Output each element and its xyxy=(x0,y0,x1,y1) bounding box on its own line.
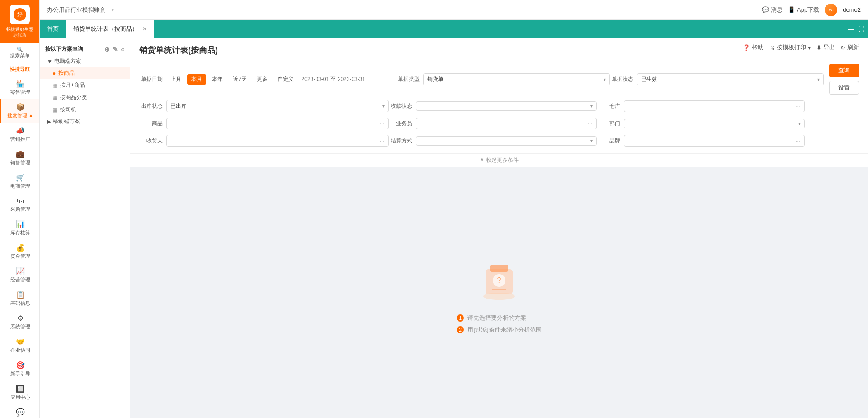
brand-label: 品牌 xyxy=(597,137,624,145)
finance-icon: 💰 xyxy=(16,243,25,252)
tree-item-by-cashier[interactable]: ▦ 按司机 xyxy=(40,104,130,116)
search-menu-button[interactable]: 🔍 搜索菜单 xyxy=(0,43,39,63)
salesperson-label: 业务员 xyxy=(389,120,416,128)
purchase-icon: 🛍 xyxy=(17,197,24,205)
topbar-breadcrumb: 办公用品行业模拟账套 xyxy=(47,6,106,14)
sidebar-item-apps[interactable]: 🔲 应用中心 xyxy=(0,381,39,404)
query-button[interactable]: 查询 xyxy=(829,64,859,77)
by-cashier-label: 按司机 xyxy=(60,106,76,114)
print-label: 按模板打印 xyxy=(777,43,806,52)
tree-group-mobile-text: 移动端方案 xyxy=(53,118,80,125)
sidebar-item-ecommerce[interactable]: 🛒 电商管理 xyxy=(0,170,39,193)
warehouse-input[interactable]: ··· xyxy=(624,100,805,112)
brand-input[interactable]: ··· xyxy=(624,135,805,147)
tab-sales-stats[interactable]: 销货单统计表（按商品） ✕ xyxy=(66,20,154,38)
sidebar-item-inventory[interactable]: 📊 库存核算 xyxy=(0,216,39,240)
weixin-icon: 💬 xyxy=(16,408,25,417)
app-download-button[interactable]: 📱 App下载 xyxy=(788,6,819,14)
sidebar-item-operations[interactable]: 📈 经营管理 xyxy=(0,263,39,287)
stockstatus-select[interactable]: 已出库 ▾ xyxy=(166,100,389,112)
message-label: 消息 xyxy=(771,6,783,14)
sidebar-item-marketing[interactable]: 📣 营销推广 xyxy=(0,123,39,146)
marketing-icon: 📣 xyxy=(16,126,25,135)
goods-input[interactable]: ··· xyxy=(166,118,389,129)
sidebar-item-basic[interactable]: 📋 基础信息 xyxy=(0,287,39,310)
breadcrumb-arrow: ▾ xyxy=(111,6,114,13)
sidebar-item-weixin[interactable]: 💬 企业微信 xyxy=(0,404,39,418)
salesperson-dots[interactable]: ··· xyxy=(587,120,593,127)
sidebar: 好 畅捷通好生意 标账版 🔍 搜索菜单 快捷导航 🏪 零售管理 📦 批发管理 ▲… xyxy=(0,0,40,418)
collapse-panel-button[interactable]: « xyxy=(121,46,124,53)
paymethod-select[interactable]: ▾ xyxy=(416,136,597,146)
refresh-button[interactable]: ↻ 刷新 xyxy=(840,43,859,52)
consignee-dots[interactable]: ··· xyxy=(379,137,385,144)
add-scheme-button[interactable]: ⊕ xyxy=(104,46,110,53)
filter-docstatus-item: 单据状态 已生效 ▾ xyxy=(610,73,824,86)
warehouse-dots[interactable]: ··· xyxy=(795,103,801,110)
help-label: 帮助 xyxy=(752,43,764,52)
content-area: 按以下方案查询 ⊕ ✎ « ▼ 电脑端方案 ● 按商品 ▦ 按月+ xyxy=(40,38,868,418)
filter-row-4: 收货人 ··· 结算方式 ▾ 品牌 xyxy=(139,135,859,147)
print-icon: 🖨 xyxy=(769,44,775,51)
page-title: 销货单统计表(按商品) xyxy=(139,45,218,56)
sidebar-item-sales[interactable]: 💼 销售管理 xyxy=(0,146,39,170)
sidebar-item-basic-label: 基础信息 xyxy=(10,300,30,307)
tree-item-by-goods[interactable]: ● 按商品 xyxy=(40,67,130,79)
goods-dots[interactable]: ··· xyxy=(379,120,385,127)
date-tab-this-year[interactable]: 本年 xyxy=(208,74,227,85)
sidebar-item-system[interactable]: ⚙ 系统管理 xyxy=(0,310,39,334)
user-avatar[interactable]: Ea xyxy=(825,4,837,16)
sales-stats-tab-label: 销货单统计表（按商品） xyxy=(73,25,138,33)
tree-group-mobile-label[interactable]: ▶ 移动端方案 xyxy=(40,116,130,127)
date-tab-custom[interactable]: 自定义 xyxy=(274,74,298,85)
doctype-select[interactable]: 销货单 ▾ xyxy=(423,73,610,86)
sidebar-item-retail[interactable]: 🏪 零售管理 xyxy=(0,76,39,99)
collapse-label: 收起更多条件 xyxy=(486,157,519,164)
sidebar-item-finance[interactable]: 💰 资金管理 xyxy=(0,240,39,263)
retail-icon: 🏪 xyxy=(16,79,25,88)
tip1-text: 请先选择要分析的方案 xyxy=(467,314,526,322)
dept-select[interactable]: ▾ xyxy=(624,119,805,128)
filter-consignee-item: 收货人 ··· xyxy=(139,135,389,147)
app-logo: 好 畅捷通好生意 标账版 xyxy=(0,0,39,43)
basic-icon: 📋 xyxy=(16,290,25,299)
export-button[interactable]: ⬇ 导出 xyxy=(816,43,835,52)
paymentstatus-arrow-icon: ▾ xyxy=(590,104,593,109)
by-goods-label: 按商品 xyxy=(58,69,75,77)
print-button[interactable]: 🖨 按模板打印 ▾ xyxy=(769,43,811,52)
docstatus-select[interactable]: 已生效 ▾ xyxy=(637,73,824,86)
date-tab-more[interactable]: 更多 xyxy=(253,74,272,85)
filter-row-1: 单据日期 上月 本月 本年 近7天 更多 自定义 2023-03-01 至 20… xyxy=(139,64,859,95)
tab-minimize-button[interactable]: — xyxy=(848,25,854,33)
consignee-input[interactable]: ··· xyxy=(166,135,389,147)
sidebar-item-wholesale[interactable]: 📦 批发管理 ▲ xyxy=(0,99,39,123)
message-button[interactable]: 💬 消息 xyxy=(762,6,783,14)
sidebar-item-guide[interactable]: 🎯 新手引导 xyxy=(0,357,39,381)
main-area: 办公用品行业模拟账套 ▾ 💬 消息 📱 App下载 Ea demo2 首页 销货… xyxy=(40,0,868,418)
settings-button[interactable]: 设置 xyxy=(829,81,859,95)
search-menu-label: 搜索菜单 xyxy=(10,52,30,59)
print-arrow-icon: ▾ xyxy=(808,44,811,51)
apps-icon: 🔲 xyxy=(16,385,25,393)
sidebar-item-enterprise[interactable]: 🤝 企业协同 xyxy=(0,334,39,357)
sidebar-item-enterprise-label: 企业协同 xyxy=(10,347,30,354)
paymentstatus-select[interactable]: ▾ xyxy=(416,101,597,111)
empty-tip-1: 1 请先选择要分析的方案 xyxy=(457,314,541,322)
edit-scheme-button[interactable]: ✎ xyxy=(113,46,118,53)
sidebar-item-purchase[interactable]: 🛍 采购管理 xyxy=(0,193,39,216)
tree-item-by-month-goods[interactable]: ▦ 按月+商品 xyxy=(40,79,130,91)
tree-group-desktop-label[interactable]: ▼ 电脑端方案 xyxy=(40,56,130,67)
stockstatus-value: 已出库 xyxy=(170,102,381,110)
brand-dots[interactable]: ··· xyxy=(795,137,801,144)
date-tab-last-month[interactable]: 上月 xyxy=(166,74,185,85)
salesperson-input[interactable]: ··· xyxy=(416,118,597,129)
filter-stockstatus-item: 出库状态 已出库 ▾ xyxy=(139,100,389,112)
tab-maximize-button[interactable]: ⛶ xyxy=(858,25,864,33)
collapse-more-button[interactable]: ∧ 收起更多条件 xyxy=(130,153,868,167)
date-tab-this-month[interactable]: 本月 xyxy=(187,74,206,85)
date-tab-7days[interactable]: 近7天 xyxy=(229,74,251,85)
tab-home[interactable]: 首页 xyxy=(40,20,66,38)
help-button[interactable]: ❓ 帮助 xyxy=(743,43,764,52)
tree-item-by-goods-cat[interactable]: ▦ 按商品分类 xyxy=(40,91,130,104)
tab-close-button[interactable]: ✕ xyxy=(142,26,147,32)
